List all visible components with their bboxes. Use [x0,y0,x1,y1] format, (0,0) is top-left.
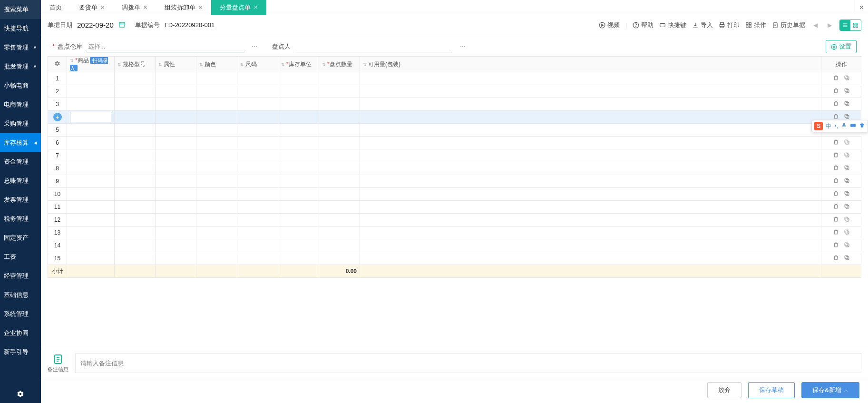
discard-button[interactable]: 放弃 [707,382,741,398]
copy-row-icon[interactable] [844,203,850,211]
nav-prev[interactable]: ◀ [811,21,819,29]
sidebar-item-6[interactable]: 采购管理 [0,114,41,133]
sidebar-item-12[interactable]: 固定资产 [0,228,41,247]
delete-row-icon[interactable] [833,152,839,159]
view-list-icon[interactable] [840,20,850,30]
copy-row-icon[interactable] [844,75,850,82]
operate-button[interactable]: 操作 [745,21,766,29]
copy-row-icon[interactable] [844,152,850,159]
history-button[interactable]: 历史单据 [772,21,805,29]
table-row[interactable]: 12 [48,214,861,226]
column-size[interactable]: ⇅尺码 [237,57,278,72]
sidebar-item-5[interactable]: 电商管理 [0,95,41,114]
sidebar-item-18[interactable]: 新手引导 [0,343,41,362]
warehouse-input[interactable] [87,41,244,52]
table-row[interactable]: 6 [48,137,861,149]
sidebar-item-8[interactable]: 资金管理 [0,152,41,171]
column-product[interactable]: ⇅*商品扫码录入 [67,57,115,72]
table-row[interactable]: 14 [48,239,861,252]
sidebar-item-13[interactable]: 工资 [0,247,41,266]
sidebar-item-4[interactable]: 小畅电商 [0,76,41,95]
sidebar-item-15[interactable]: 基础信息 [0,285,41,305]
copy-row-icon[interactable] [844,255,850,262]
tabs-close-all[interactable]: × [855,0,868,15]
close-icon[interactable]: ✕ [198,4,203,10]
sidebar-item-16[interactable]: 系统管理 [0,305,41,324]
save-new-button[interactable]: 保存&新增︿ [801,382,859,398]
sidebar-item-7[interactable]: 库存核算◀ [0,133,41,152]
copy-row-icon[interactable] [844,88,850,95]
add-row-icon[interactable]: + [53,113,62,121]
view-grid-icon[interactable] [850,20,861,30]
table-row[interactable]: 9 [48,175,861,188]
sidebar-item-9[interactable]: 总账管理 [0,171,41,190]
import-button[interactable]: 导入 [692,21,713,29]
copy-row-icon[interactable] [844,229,850,236]
delete-row-icon[interactable] [833,100,839,108]
close-icon[interactable]: ✕ [100,4,105,10]
table-row[interactable]: 2 [48,85,861,98]
sidebar-settings-icon[interactable] [0,386,41,403]
help-button[interactable]: 帮助 [633,21,653,29]
tab-0[interactable]: 首页 [41,0,70,15]
sidebar-item-3[interactable]: 批发管理▼ [0,57,41,76]
product-cell-input[interactable] [70,112,111,122]
table-row[interactable]: 15 [48,252,861,265]
calendar-icon[interactable] [118,21,126,29]
sidebar-item-11[interactable]: 税务管理 [0,209,41,228]
save-draft-button[interactable]: 保存草稿 [748,382,795,398]
copy-row-icon[interactable] [844,139,850,147]
warehouse-more-icon[interactable]: ⋯ [249,43,258,50]
column-avail[interactable]: ⇅可用量(包装) [360,57,821,72]
ime-skin-icon[interactable] [859,122,865,130]
video-button[interactable]: 视频 [599,21,620,29]
column-color[interactable]: ⇅颜色 [196,57,237,72]
ime-mic-icon[interactable] [841,122,847,130]
table-row[interactable]: 7 [48,149,861,162]
column-qty[interactable]: ⇅*盘点数量 [319,57,360,72]
tab-2[interactable]: 调拨单✕ [113,0,156,15]
delete-row-icon[interactable] [833,216,839,224]
tab-1[interactable]: 要货单✕ [70,0,113,15]
doc-date-value[interactable]: 2022-09-20 [77,21,114,29]
person-more-icon[interactable]: ⋯ [457,43,466,50]
delete-row-icon[interactable] [833,75,839,82]
delete-row-icon[interactable] [833,190,839,198]
delete-row-icon[interactable] [833,177,839,185]
tab-3[interactable]: 组装拆卸单✕ [156,0,211,15]
copy-row-icon[interactable] [844,190,850,198]
delete-row-icon[interactable] [833,88,839,95]
sidebar-item-0[interactable]: 搜索菜单 [0,0,41,19]
column-attr[interactable]: ⇅属性 [156,57,196,72]
sidebar-item-10[interactable]: 发票管理 [0,190,41,209]
remark-input[interactable] [75,353,861,373]
close-icon[interactable]: ✕ [143,4,147,10]
table-row[interactable]: 11 [48,201,861,214]
table-row[interactable]: 8 [48,162,861,175]
column-spec[interactable]: ⇅规格型号 [115,57,156,72]
tab-4[interactable]: 分量盘点单✕ [211,0,266,15]
sidebar-item-14[interactable]: 经营管理 [0,266,41,285]
person-input[interactable] [295,41,452,52]
table-row[interactable]: 13 [48,226,861,239]
view-toggle[interactable] [839,20,861,31]
copy-row-icon[interactable] [844,100,850,108]
settings-button[interactable]: 设置 [826,40,857,53]
copy-row-icon[interactable] [844,216,850,224]
delete-row-icon[interactable] [833,255,839,262]
delete-row-icon[interactable] [833,139,839,147]
table-row[interactable]: 3 [48,98,861,111]
ime-keyboard-icon[interactable] [850,122,856,130]
close-icon[interactable]: ✕ [254,4,258,10]
ime-lang[interactable]: 中 [826,122,831,130]
table-row[interactable]: 5 [48,124,861,137]
copy-row-icon[interactable] [844,177,850,185]
table-row[interactable]: 1 [48,72,861,85]
ime-punct-icon[interactable]: •, [834,123,838,129]
delete-row-icon[interactable] [833,229,839,236]
delete-row-icon[interactable] [833,242,839,249]
ime-toolbar[interactable]: S 中 •, [811,120,868,132]
copy-row-icon[interactable] [844,165,850,172]
sidebar-item-2[interactable]: 零售管理▼ [0,38,41,57]
sidebar-item-17[interactable]: 企业协同 [0,324,41,343]
